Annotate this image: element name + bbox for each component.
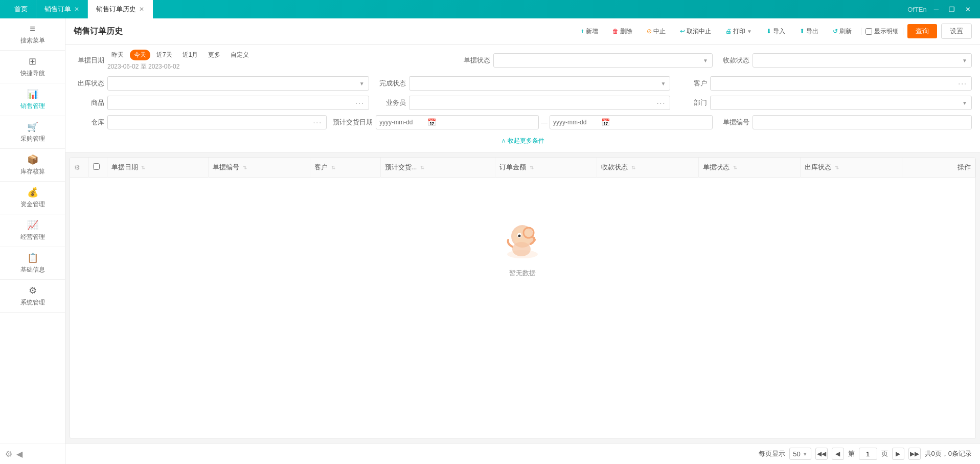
sales-mgmt-icon: 📊 — [27, 89, 38, 100]
th-number-sort-icon[interactable]: ⇅ — [243, 165, 247, 170]
th-date-sort-icon[interactable]: ⇅ — [141, 165, 145, 170]
date-tabs: 昨天 今天 近7天 近1月 更多 自定义 — [107, 50, 453, 60]
sidebar-item-sales-mgmt-label: 销售管理 — [20, 102, 45, 111]
next-page-button[interactable]: ▶ — [892, 448, 904, 460]
out-status-select[interactable]: ▼ — [107, 76, 369, 91]
sidebar-item-quick-nav[interactable]: ⊞ 快捷导航 — [0, 51, 65, 83]
new-label: 新增 — [586, 27, 598, 36]
sidebar-item-inventory-check[interactable]: 📦 库存核算 — [0, 149, 65, 182]
import-button[interactable]: ⬇ 导入 — [761, 25, 790, 38]
refresh-button[interactable]: ↺ 刷新 — [828, 25, 857, 38]
table-header-row: ⚙ 单据日期 ⇅ 单据编号 ⇅ — [70, 158, 975, 178]
empty-state-illustration — [497, 218, 548, 264]
page-title: 销售订单历史 — [74, 26, 123, 37]
sidebar-item-sales-mgmt[interactable]: 📊 销售管理 — [0, 83, 65, 116]
th-date: 单据日期 ⇅ — [107, 158, 209, 178]
print-icon: 🖨 — [725, 28, 732, 35]
close-window-button[interactable]: ✕ — [962, 5, 974, 14]
doc-status-select[interactable]: ▼ — [493, 53, 713, 68]
complete-status-select[interactable]: ▼ — [409, 76, 671, 91]
page-size-label: 每页显示 — [759, 449, 785, 458]
cancel-stop-button[interactable]: ↩ 取消中止 — [675, 25, 716, 38]
delete-label: 删除 — [620, 27, 632, 36]
print-dropdown-icon: ▼ — [747, 29, 752, 34]
delivery-date-to-calendar-icon[interactable]: 📅 — [601, 118, 610, 126]
delivery-date-from-calendar-icon[interactable]: 📅 — [427, 118, 436, 126]
date-tab-more[interactable]: 更多 — [204, 50, 224, 60]
th-amount-sort-icon[interactable]: ⇅ — [530, 165, 534, 170]
date-tab-1month[interactable]: 近1月 — [178, 50, 202, 60]
customer-dots[interactable]: ··· — [958, 79, 967, 87]
page-size-select[interactable]: 50 ▼ — [789, 448, 811, 460]
th-delivery-date-sort-icon[interactable]: ⇅ — [420, 165, 424, 170]
filter-item-doc-date: 单据日期 昨天 今天 近7天 近1月 更多 自定义 2023-06-02 至 2… — [74, 50, 453, 71]
sidebar-settings-icon[interactable]: ⚙ — [5, 449, 12, 459]
doc-number-input[interactable] — [753, 115, 972, 129]
tab-sales-order-close[interactable]: ✕ — [74, 6, 79, 13]
show-detail-checkbox[interactable] — [865, 28, 872, 35]
restore-button[interactable]: ❐ — [946, 5, 958, 14]
delivery-date-from-input[interactable] — [379, 119, 425, 126]
query-button[interactable]: 查询 — [907, 24, 937, 38]
last-page-button[interactable]: ▶▶ — [908, 448, 921, 460]
new-button[interactable]: + 新增 — [576, 25, 603, 38]
sidebar-item-search-menu[interactable]: ≡ 搜索菜单 — [0, 18, 65, 51]
warehouse-dots[interactable]: ··· — [313, 118, 322, 126]
date-tab-yesterday[interactable]: 昨天 — [107, 50, 128, 60]
salesperson-dots[interactable]: ··· — [657, 99, 666, 107]
empty-state: 暂无数据 — [70, 178, 975, 319]
collapse-more-button[interactable]: ∧ 收起更多条件 — [74, 135, 972, 147]
prev-page-button[interactable]: ◀ — [832, 448, 844, 460]
delivery-date-to-input[interactable] — [553, 119, 599, 126]
date-tab-today[interactable]: 今天 — [130, 50, 150, 60]
settings-icon[interactable]: ⚙ — [74, 164, 80, 171]
stop-button[interactable]: ⊘ 中止 — [642, 25, 671, 38]
sidebar-item-operations-mgmt[interactable]: 📈 经营管理 — [0, 214, 65, 247]
th-date-label: 单据日期 — [111, 163, 138, 171]
page-number-input[interactable] — [859, 448, 877, 460]
select-all-checkbox[interactable] — [93, 163, 100, 170]
th-out-status-sort-icon[interactable]: ⇅ — [835, 165, 839, 170]
export-label: 导出 — [806, 27, 818, 36]
export-button[interactable]: ⬆ 导出 — [794, 25, 824, 38]
first-page-button[interactable]: ◀◀ — [815, 448, 828, 460]
operations-mgmt-icon: 📈 — [27, 219, 38, 231]
filter-item-out-status: 出库状态 ▼ — [74, 76, 369, 91]
refresh-icon: ↺ — [833, 28, 838, 35]
th-delivery-date-label: 预计交货... — [385, 163, 417, 171]
sidebar-item-basic-info-label: 基础信息 — [20, 266, 45, 274]
collapse-more-label: ∧ 收起更多条件 — [501, 137, 544, 145]
th-doc-status-sort-icon[interactable]: ⇅ — [733, 165, 737, 170]
salesperson-label: 业务员 — [375, 98, 406, 107]
date-tab-7days[interactable]: 近7天 — [152, 50, 176, 60]
sidebar-item-finance-mgmt[interactable]: 💰 资金管理 — [0, 182, 65, 214]
th-payment-status-sort-icon[interactable]: ⇅ — [631, 165, 635, 170]
sidebar-item-purchase-mgmt[interactable]: 🛒 采购管理 — [0, 116, 65, 149]
tab-home[interactable]: 首页 — [6, 0, 36, 18]
date-tab-custom[interactable]: 自定义 — [226, 50, 253, 60]
sidebar-item-basic-info[interactable]: 📋 基础信息 — [0, 247, 65, 280]
show-detail-checkbox-label[interactable]: 显示明细 — [865, 27, 899, 36]
department-select[interactable]: ▼ — [710, 96, 972, 110]
th-customer-sort-icon[interactable]: ⇅ — [331, 165, 335, 170]
payment-status-select[interactable]: ▼ — [753, 53, 972, 68]
filter-area: 单据日期 昨天 今天 近7天 近1月 更多 自定义 2023-06-02 至 2… — [65, 45, 980, 153]
settings-button[interactable]: 设置 — [941, 24, 972, 39]
table-area: ⚙ 单据日期 ⇅ 单据编号 ⇅ — [70, 157, 976, 439]
product-dots[interactable]: ··· — [355, 99, 364, 107]
th-doc-status-label: 单据状态 — [703, 163, 730, 171]
tab-sales-order-history[interactable]: 销售订单历史 ✕ — [88, 0, 153, 18]
tab-sales-order[interactable]: 销售订单 ✕ — [36, 0, 88, 18]
svg-point-7 — [512, 242, 531, 256]
doc-status-label: 单据状态 — [460, 56, 490, 65]
th-customer: 客户 ⇅ — [310, 158, 380, 178]
complete-status-caret: ▼ — [660, 81, 666, 86]
search-menu-icon: ≡ — [30, 24, 35, 34]
tab-sales-order-history-close[interactable]: ✕ — [139, 6, 144, 13]
delivery-date-to-wrapper: 📅 — [550, 115, 713, 129]
print-button[interactable]: 🖨 打印 ▼ — [720, 25, 757, 38]
sidebar-collapse-icon[interactable]: ◀ — [16, 449, 22, 459]
delete-button[interactable]: 🗑 删除 — [607, 25, 637, 38]
sidebar-item-system-mgmt[interactable]: ⚙ 系统管理 — [0, 280, 65, 313]
minimize-button[interactable]: ─ — [931, 5, 942, 14]
